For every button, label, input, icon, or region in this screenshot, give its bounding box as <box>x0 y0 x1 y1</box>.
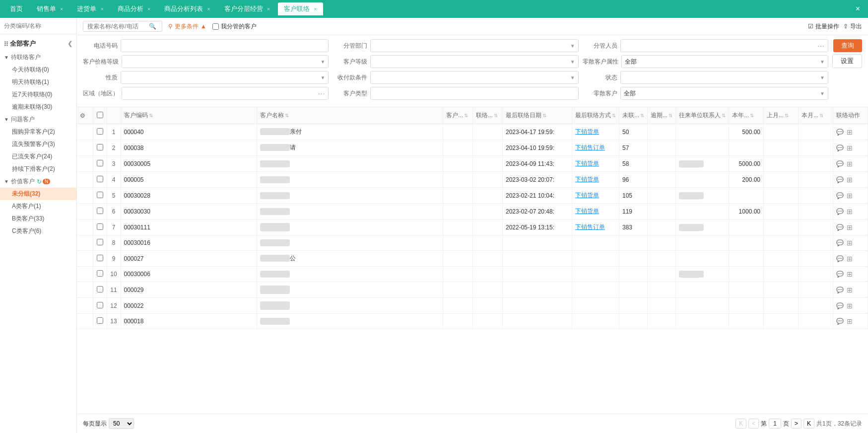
action-grid-icon[interactable]: ⊞ <box>847 223 853 231</box>
row-checkbox[interactable] <box>97 223 103 230</box>
sidebar-item-class-c[interactable]: C类客户(6) <box>0 225 76 237</box>
row-checkbox[interactable] <box>97 317 103 324</box>
sidebar-item-tomorrow-pending[interactable]: 明天待联络(1) <box>0 76 76 88</box>
last-page-button[interactable]: K <box>803 419 814 429</box>
query-button[interactable]: 查询 <box>833 39 862 52</box>
nature-select[interactable]: ▼ <box>121 71 329 84</box>
my-customer-checkbox[interactable] <box>212 23 219 30</box>
message-icon[interactable]: 💬 <box>836 129 844 136</box>
batch-operation-button[interactable]: ☑ 批量操作 <box>808 22 839 31</box>
manager-input[interactable]: ··· <box>620 39 828 52</box>
sidebar-item-class-b[interactable]: B类客户(33) <box>0 213 76 225</box>
main-search-box[interactable]: 🔍 <box>83 21 162 32</box>
nav-purchase-order[interactable]: 进货单 × <box>71 2 109 15</box>
sidebar-section-problem[interactable]: ▼ 问题客户 <box>0 113 76 126</box>
sidebar-item-declining[interactable]: 持续下滑客户(2) <box>0 163 76 175</box>
last-method-link[interactable]: 下销货单 <box>575 176 599 183</box>
more-conditions-button[interactable]: ⚲ 更多条件 ▲ <box>168 22 206 31</box>
row-checkbox[interactable] <box>97 192 103 198</box>
message-icon[interactable]: 💬 <box>836 318 844 325</box>
sidebar-root-all-customers[interactable]: ⁝⁝ 全部客户 ❮ <box>0 36 76 51</box>
close-purchase-tab[interactable]: × <box>100 6 103 12</box>
sidebar-item-churn-warning[interactable]: 流失预警客户(3) <box>0 138 76 150</box>
my-customer-checkbox-label[interactable]: 我分管的客户 <box>212 22 257 31</box>
nav-sales-order[interactable]: 销售单 × <box>31 2 69 15</box>
last-method-link[interactable]: 下销货单 <box>575 160 599 167</box>
sidebar-item-hoarding[interactable]: 囤购异常客户(2) <box>0 126 76 138</box>
row-checkbox[interactable] <box>97 160 103 166</box>
action-grid-icon[interactable]: ⊞ <box>847 255 853 263</box>
message-icon[interactable]: 💬 <box>836 239 844 246</box>
export-button[interactable]: ⇪ 导出 <box>843 22 862 31</box>
last-method-link[interactable]: 下销货单 <box>575 128 599 135</box>
row-checkbox[interactable] <box>97 302 103 308</box>
nav-product-analysis-list[interactable]: 商品分析列表 × <box>158 2 216 15</box>
nav-customer-tier[interactable]: 客户分层经营 × <box>218 2 276 15</box>
close-tier-tab[interactable]: × <box>267 6 270 12</box>
customer-type-input[interactable] <box>370 87 578 100</box>
row-checkbox[interactable] <box>97 128 103 135</box>
action-grid-icon[interactable]: ⊞ <box>847 192 853 200</box>
close-analysis-tab[interactable]: × <box>147 6 150 12</box>
row-checkbox[interactable] <box>97 270 103 277</box>
refresh-icon[interactable]: ↻ <box>37 178 42 185</box>
action-grid-icon[interactable]: ⊞ <box>847 302 853 310</box>
window-close-button[interactable]: × <box>852 4 864 13</box>
row-checkbox[interactable] <box>97 144 103 150</box>
action-grid-icon[interactable]: ⊞ <box>847 144 853 152</box>
sidebar-item-churned[interactable]: 已流失客户(24) <box>0 150 76 163</box>
close-analysis-list-tab[interactable]: × <box>207 6 210 12</box>
row-checkbox[interactable] <box>97 208 103 214</box>
message-icon[interactable]: 💬 <box>836 192 844 199</box>
action-grid-icon[interactable]: ⊞ <box>847 176 853 184</box>
nav-home[interactable]: 首页 <box>4 2 29 15</box>
retail-customer-select[interactable]: 全部▼ <box>620 87 828 100</box>
message-icon[interactable]: 💬 <box>836 176 844 183</box>
close-contact-tab[interactable]: × <box>314 6 317 12</box>
row-checkbox[interactable] <box>97 239 103 245</box>
retail-attr-select[interactable]: 全部▼ <box>621 55 828 68</box>
message-icon[interactable]: 💬 <box>836 208 844 215</box>
sidebar-item-overdue-pending[interactable]: 逾期未联络(30) <box>0 101 76 113</box>
nav-product-analysis[interactable]: 商品分析 × <box>112 2 156 15</box>
last-method-link[interactable]: 下销售订单 <box>575 144 605 151</box>
nav-customer-contact[interactable]: 客户联络 × <box>278 2 323 15</box>
sidebar-search-input[interactable] <box>4 22 77 29</box>
reset-button[interactable]: 设置 <box>832 54 862 68</box>
prev-page-button[interactable]: < <box>748 419 759 429</box>
gear-icon[interactable]: ⚙ <box>80 112 85 119</box>
sidebar-item-class-a[interactable]: A类客户(1) <box>0 200 76 213</box>
action-grid-icon[interactable]: ⊞ <box>847 286 853 294</box>
message-icon[interactable]: 💬 <box>836 144 844 151</box>
message-icon[interactable]: 💬 <box>836 160 844 167</box>
customer-level-select[interactable]: ▼ <box>370 55 578 68</box>
last-method-link[interactable]: 下销货单 <box>575 192 599 199</box>
action-grid-icon[interactable]: ⊞ <box>847 208 853 216</box>
row-checkbox[interactable] <box>97 255 103 261</box>
sidebar-section-pending[interactable]: ▼ 待联络客户 <box>0 51 76 64</box>
message-icon[interactable]: 💬 <box>836 271 844 278</box>
action-grid-icon[interactable]: ⊞ <box>847 239 853 247</box>
region-input[interactable]: ··· <box>122 87 329 100</box>
row-checkbox[interactable] <box>97 176 103 182</box>
action-grid-icon[interactable]: ⊞ <box>847 128 853 136</box>
page-size-select[interactable]: 50 100 200 <box>109 418 134 429</box>
sidebar-item-week-pending[interactable]: 近7天待联络(0) <box>0 88 76 101</box>
message-icon[interactable]: 💬 <box>836 302 844 309</box>
close-sales-tab[interactable]: × <box>60 6 63 12</box>
sidebar-item-today-pending[interactable]: 今天待联络(0) <box>0 64 76 76</box>
next-page-button[interactable]: > <box>791 419 801 429</box>
first-page-button[interactable]: K <box>735 419 746 429</box>
sidebar-section-value[interactable]: ▼ 价值客户 ↻ N <box>0 175 76 188</box>
action-grid-icon[interactable]: ⊞ <box>847 317 853 325</box>
select-all-checkbox[interactable] <box>97 112 103 118</box>
price-level-select[interactable]: ▼ <box>122 55 329 68</box>
status-select[interactable]: ▼ <box>620 71 828 84</box>
search-icon[interactable]: 🔍 <box>149 23 156 30</box>
last-method-link[interactable]: 下销货单 <box>575 208 599 215</box>
payment-select[interactable]: ▼ <box>370 71 578 84</box>
message-icon[interactable]: 💬 <box>836 287 844 293</box>
row-checkbox[interactable] <box>97 286 103 292</box>
last-method-link[interactable]: 下销售订单 <box>575 223 605 230</box>
phone-input[interactable] <box>121 39 329 52</box>
